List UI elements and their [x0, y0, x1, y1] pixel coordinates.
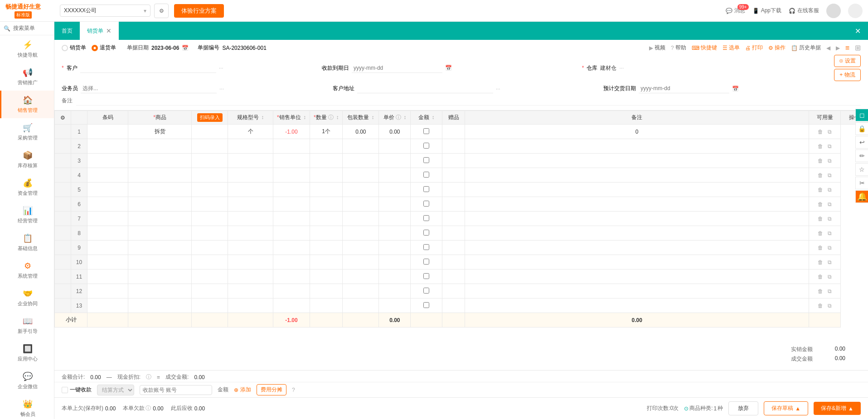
remark-cell[interactable] [442, 168, 465, 183]
barcode-cell[interactable] [87, 212, 128, 226]
settings-icon-btn[interactable]: ⚙ [154, 4, 169, 18]
remark-cell[interactable] [442, 183, 465, 197]
prev-icon[interactable]: ◀ [826, 45, 830, 51]
sidebar-item-guide[interactable]: 📖 新手引导 [0, 312, 54, 339]
remark-cell[interactable] [442, 226, 465, 241]
sidebar-item-purchase[interactable]: 🛒 采购管理 [0, 118, 54, 146]
th-settings[interactable]: ⚙ [55, 111, 71, 125]
product-cell[interactable] [128, 226, 192, 241]
product-cell[interactable] [128, 212, 192, 226]
float-btn-4[interactable]: ✏ [855, 149, 868, 162]
gift-cell[interactable] [411, 183, 442, 197]
account-input[interactable] [140, 385, 212, 395]
qty-cell[interactable] [273, 154, 310, 168]
remark-cell[interactable] [442, 154, 465, 168]
qty-cell[interactable] [273, 284, 310, 299]
gift-cell[interactable] [411, 197, 442, 212]
salesperson-input[interactable] [81, 84, 217, 93]
spec-cell[interactable] [192, 241, 228, 255]
save-new-button[interactable]: 保存&新增 ▲ [814, 402, 861, 415]
sidebar-search[interactable]: 🔍 搜索菜单 [0, 22, 54, 35]
remark-cell[interactable] [442, 241, 465, 255]
qty-cell[interactable] [273, 226, 310, 241]
product-cell[interactable] [128, 183, 192, 197]
sidebar-item-basic[interactable]: 📋 基础信息 [0, 229, 54, 256]
sidebar-item-quick-nav[interactable]: ⚡ 快捷导航 [0, 35, 54, 63]
copy-icon[interactable]: ⧉ [828, 143, 832, 149]
radio-sales-order[interactable]: 销货单 [62, 44, 86, 52]
copy-icon[interactable]: ⧉ [828, 158, 832, 164]
company-selector[interactable]: XXXXXX公司 ▾ [60, 5, 150, 17]
tab-bar-close-btn[interactable]: ✕ [848, 27, 868, 35]
float-btn-5[interactable]: ☆ [855, 163, 868, 176]
spec-cell[interactable] [192, 183, 228, 197]
pack-cell[interactable] [310, 168, 343, 183]
expense-help-icon[interactable]: ? [292, 387, 295, 393]
copy-icon[interactable]: ⧉ [828, 288, 832, 294]
unit-cell[interactable] [228, 212, 273, 226]
price-cell[interactable] [343, 270, 379, 284]
unit-cell[interactable]: 个 [228, 125, 273, 139]
addr-dots[interactable]: ··· [496, 86, 500, 92]
copy-icon[interactable]: ⧉ [828, 259, 832, 265]
qty-cell[interactable] [273, 270, 310, 284]
qty-cell[interactable] [273, 212, 310, 226]
unit-cell[interactable] [228, 284, 273, 299]
product-cell[interactable] [128, 255, 192, 270]
spec-cell[interactable] [192, 270, 228, 284]
payment-method-select[interactable]: 结算方式 [97, 385, 134, 395]
remark-cell[interactable] [442, 197, 465, 212]
barcode-cell[interactable] [87, 270, 128, 284]
qty-cell[interactable] [273, 168, 310, 183]
unit-cell[interactable] [228, 226, 273, 241]
shortcut-btn[interactable]: ⌨ 快捷键 [692, 44, 717, 52]
price-cell[interactable] [343, 241, 379, 255]
product-cell[interactable] [128, 270, 192, 284]
sidebar-item-appstore[interactable]: 🔲 应用中心 [0, 339, 54, 367]
amount-cell[interactable] [379, 139, 411, 154]
barcode-cell[interactable] [87, 125, 128, 139]
price-cell[interactable]: 0.00 [343, 125, 379, 139]
product-cell[interactable]: 拆货 [128, 125, 192, 139]
barcode-cell[interactable] [87, 284, 128, 299]
product-cell[interactable] [128, 139, 192, 154]
tab-home[interactable]: 首页 [54, 22, 80, 40]
price-cell[interactable] [343, 212, 379, 226]
float-btn-7[interactable]: 🔔 [855, 190, 868, 203]
scan-button[interactable]: 扫码录入 [197, 113, 223, 122]
delete-icon[interactable]: 🗑 [818, 129, 823, 135]
delete-icon[interactable]: 🗑 [818, 143, 823, 149]
sidebar-item-finance[interactable]: 💰 资金管理 [0, 173, 54, 201]
amount-cell[interactable] [379, 299, 411, 313]
delete-icon[interactable]: 🗑 [818, 187, 823, 193]
price-cell[interactable] [343, 299, 379, 313]
spec-cell[interactable] [192, 255, 228, 270]
copy-icon[interactable]: ⧉ [828, 230, 832, 236]
product-cell[interactable] [128, 168, 192, 183]
copy-icon[interactable]: ⧉ [828, 187, 832, 193]
price-info-icon[interactable]: ⓘ [396, 114, 401, 120]
amount-cell[interactable] [379, 212, 411, 226]
delete-icon[interactable]: 🗑 [818, 158, 823, 164]
gift-cell[interactable] [411, 139, 442, 154]
one-click-checkbox[interactable]: 一键收款 [62, 386, 92, 394]
barcode-cell[interactable] [87, 168, 128, 183]
customer-addr-input[interactable] [357, 84, 493, 93]
amount-cell[interactable] [379, 168, 411, 183]
payment-calendar-icon[interactable]: 📅 [445, 65, 452, 71]
history-btn[interactable]: 📋 历史单据 [791, 44, 821, 52]
pack-cell[interactable] [310, 284, 343, 299]
select-btn[interactable]: ☰ 选单 [723, 44, 740, 52]
pack-cell[interactable] [310, 212, 343, 226]
info-icon[interactable]: ⓘ [328, 114, 334, 120]
amount-cell[interactable] [379, 284, 411, 299]
gift-cell[interactable] [411, 168, 442, 183]
unit-cell[interactable] [228, 299, 273, 313]
gift-cell[interactable] [411, 226, 442, 241]
qty-cell[interactable] [273, 241, 310, 255]
add-label[interactable]: 添加 [240, 386, 251, 394]
delete-icon[interactable]: 🗑 [818, 245, 823, 251]
spec-cell[interactable] [192, 154, 228, 168]
float-btn-3[interactable]: ↩ [855, 136, 868, 149]
unit-cell[interactable] [228, 139, 273, 154]
